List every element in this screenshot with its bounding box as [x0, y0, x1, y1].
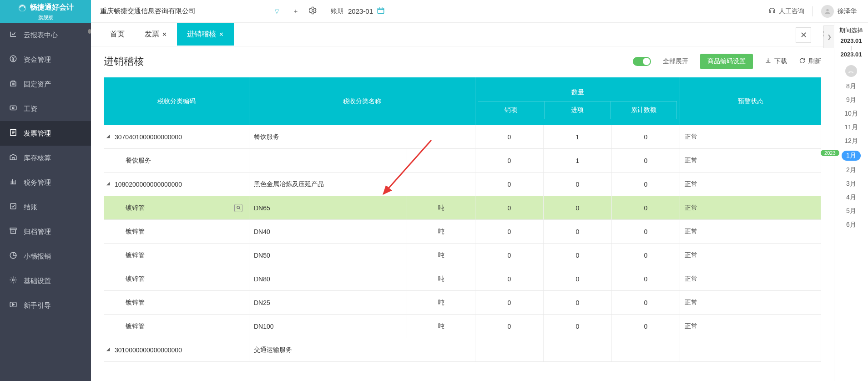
- sidebar-item[interactable]: 小畅报销: [0, 244, 91, 269]
- month-item[interactable]: 12月: [844, 137, 858, 145]
- cell-unit: 吨: [407, 220, 475, 243]
- cell-code: 餐饮服务: [104, 149, 249, 172]
- rail-from: 2023.01: [841, 37, 862, 45]
- cell-qty-total: 0: [612, 315, 680, 338]
- tab[interactable]: 首页: [100, 23, 135, 46]
- sidebar-item[interactable]: 云报表中心: [0, 23, 91, 47]
- rail-range: 2023.01 | 2023.01: [841, 37, 862, 59]
- sidebar-item[interactable]: 基础设置: [0, 269, 91, 293]
- table-row[interactable]: ◢3010000000000000000交通运输服务: [104, 338, 821, 362]
- close-icon[interactable]: ✕: [219, 31, 224, 38]
- month-item[interactable]: 3月: [846, 180, 856, 188]
- th-status: 预警状态: [680, 77, 821, 125]
- refresh-button[interactable]: 刷新: [799, 57, 821, 66]
- download-button[interactable]: 下载: [765, 57, 787, 66]
- invoice-icon: [9, 128, 17, 138]
- product-code-setting-button[interactable]: 商品编码设置: [700, 54, 753, 69]
- rail-up-button[interactable]: ︽: [845, 65, 857, 77]
- user-menu[interactable]: 徐泽华: [821, 5, 857, 18]
- stock-icon: [9, 153, 17, 163]
- download-icon: [765, 57, 772, 66]
- month-item[interactable]: 1月2023: [842, 151, 861, 161]
- th-qty-total: 累计数额: [611, 102, 677, 119]
- cell-qty-total: 0: [612, 196, 680, 219]
- cell-qty-out: 0: [475, 267, 544, 290]
- cell-code: 镀锌管: [104, 244, 249, 267]
- sidebar-item-label: 归档管理: [24, 228, 51, 236]
- sidebar-item[interactable]: 工资: [0, 97, 91, 121]
- cell-qty-out: 0: [475, 220, 544, 243]
- sidebar-item-label: 云报表中心: [24, 31, 58, 40]
- table-row[interactable]: 餐饮服务010正常: [104, 149, 821, 173]
- month-item[interactable]: 11月: [844, 123, 858, 132]
- cell-code: 镀锌管: [104, 196, 249, 219]
- tab-label: 进销稽核: [187, 30, 216, 39]
- svg-point-7: [12, 107, 14, 109]
- cell-name: 黑色金属冶炼及压延产品: [249, 173, 475, 196]
- cell-spec: DN100: [249, 315, 407, 338]
- chevron-down-icon[interactable]: ▽: [275, 8, 279, 15]
- cell-qty-out: 0: [475, 125, 544, 148]
- sidebar-item-label: 发票管理: [24, 129, 51, 138]
- table-row[interactable]: 镀锌管DN50吨000正常: [104, 244, 821, 267]
- collapse-icon[interactable]: ◢: [106, 346, 110, 351]
- cell-status: 正常: [680, 149, 821, 172]
- cell-status: 正常: [680, 244, 821, 267]
- period-label: 账期: [331, 7, 343, 15]
- table-row[interactable]: ◢3070401000000000000餐饮服务010正常: [104, 125, 821, 149]
- month-item[interactable]: 5月: [846, 207, 856, 215]
- rail-collapse-button[interactable]: ❯: [823, 25, 834, 48]
- sidebar-item[interactable]: 固定资产: [0, 72, 91, 97]
- period-value: 2023-01: [348, 7, 373, 15]
- tab[interactable]: 发票✕: [135, 23, 177, 46]
- cell-status: 正常: [680, 315, 821, 338]
- collapse-icon[interactable]: ◢: [106, 181, 110, 186]
- close-icon[interactable]: ✕: [162, 31, 167, 38]
- table-row[interactable]: 镀锌管DN80吨000正常: [104, 267, 821, 291]
- cell-spec: DN25: [249, 291, 407, 314]
- report-icon: [9, 251, 17, 261]
- search-icon[interactable]: [234, 204, 242, 212]
- cell-qty-in: 1: [544, 125, 612, 148]
- cell-status: 正常: [680, 173, 821, 196]
- sidebar-item[interactable]: 新手引导: [0, 293, 91, 318]
- month-item[interactable]: 10月: [844, 110, 858, 118]
- plus-icon[interactable]: ＋: [293, 7, 299, 15]
- collapse-icon[interactable]: ◢: [106, 133, 110, 138]
- month-item[interactable]: 6月: [846, 221, 856, 229]
- cell-code: ◢3010000000000000000: [104, 338, 249, 361]
- month-item[interactable]: 2月: [846, 166, 856, 174]
- sidebar-item[interactable]: 库存核算: [0, 146, 91, 170]
- page-header: 进销稽核 全部展开 商品编码设置 下载 刷: [91, 46, 834, 74]
- table-row[interactable]: 镀锌管DN25吨000正常: [104, 291, 821, 315]
- close-all-tabs-button[interactable]: ✕: [796, 27, 811, 43]
- table-row[interactable]: ◢1080200000000000000黑色金属冶炼及压延产品000正常: [104, 173, 821, 196]
- month-item[interactable]: 4月: [846, 193, 856, 202]
- tab[interactable]: 进销稽核✕: [177, 23, 234, 46]
- sidebar-item[interactable]: 归档管理: [0, 219, 91, 244]
- sidebar-item[interactable]: 结账: [0, 195, 91, 219]
- gear-icon[interactable]: [309, 6, 317, 16]
- table-row[interactable]: 镀锌管DN65吨000正常: [104, 196, 821, 220]
- sidebar-item[interactable]: 资金管理: [0, 47, 91, 72]
- divider: [812, 6, 813, 16]
- cell-qty-in: 0: [544, 173, 612, 196]
- sidebar-item[interactable]: 税务管理: [0, 170, 91, 195]
- cell-qty-in: 0: [544, 244, 612, 267]
- download-label: 下载: [774, 57, 787, 66]
- money-icon: [9, 55, 17, 65]
- month-item[interactable]: 8月: [846, 82, 856, 91]
- company-selector[interactable]: 重庆畅捷交通信息咨询有限公司 ▽: [100, 7, 279, 15]
- svg-rect-2: [378, 8, 384, 13]
- sidebar-item[interactable]: 发票管理: [0, 121, 91, 146]
- top-quick-icons: ＋: [293, 6, 317, 16]
- month-item[interactable]: 9月: [846, 96, 856, 104]
- expand-all-toggle[interactable]: [633, 57, 651, 66]
- table-row[interactable]: 镀锌管DN100吨000正常: [104, 315, 821, 338]
- helpdesk-link[interactable]: 人工咨询: [768, 6, 804, 16]
- table-row[interactable]: 镀锌管DN40吨000正常: [104, 220, 821, 244]
- sidebar-item-label: 固定资产: [24, 80, 51, 89]
- calendar-icon[interactable]: [377, 6, 385, 16]
- cell-unit: 吨: [407, 315, 475, 338]
- cell-status: [680, 338, 821, 361]
